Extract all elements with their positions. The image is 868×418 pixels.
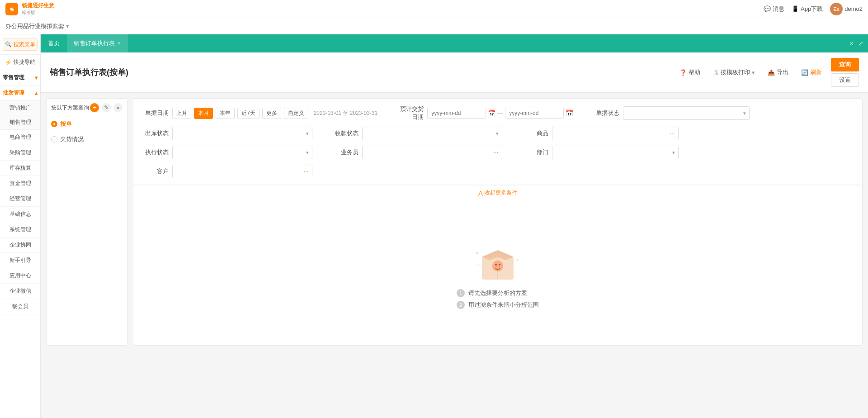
query-btn[interactable]: 查询 [831,58,859,71]
tab-active[interactable]: 销售订单执行表 × [67,34,127,52]
tab-minimize-icon[interactable]: × [850,40,854,47]
payment-label: 收款状态 [330,129,362,138]
top-header: 畅 畅捷通好生意 标准版 💬 消息 📱 App下载 Ea demo2 [0,0,868,18]
svg-text:✦: ✦ [477,264,480,266]
date-btn-more[interactable]: 更多 [262,108,281,119]
export-btn[interactable]: 📤 导出 [764,66,792,78]
refresh-icon: 🔄 [801,69,808,76]
left-filter-panel: 按以下方案查询 + ✎ « ● 按单 ○ 欠货情况 [46,98,127,346]
empty-illustration: ✦ ✦ ✦ [471,237,525,282]
scheme-item-by-order[interactable]: ● 按单 [47,116,127,132]
dropdown-arrow-icon: ▾ [66,23,69,29]
sidebar-item-enterprise[interactable]: 企业协同 [0,238,40,253]
forecast-date-end[interactable] [505,108,564,119]
salesman-label: 业务员 [330,148,362,157]
scheme-item-shortage[interactable]: ○ 欠货情况 [47,132,127,147]
app-download-btn[interactable]: 📱 App下载 [792,5,823,13]
date-btn-7days[interactable]: 近7天 [237,108,259,119]
date-btn-lastmonth[interactable]: 上月 [172,108,191,119]
messages-btn[interactable]: 💬 消息 [764,5,784,13]
filter-row-3: 执行状态 ▾ 业务员 [141,146,855,159]
print-dropdown-icon: ▾ [752,69,755,76]
exec-select[interactable] [172,146,312,159]
collapse-panel-btn[interactable]: « [113,103,123,112]
sidebar-item-apps[interactable]: 应用中心 [0,268,40,284]
dept-label: 部门 [520,148,552,157]
sidebar-item-operations[interactable]: 经营管理 [0,191,40,207]
exec-select-wrap: ▾ [172,146,312,159]
avatar: Ea [830,3,843,15]
left-panel-icons: + ✎ « [90,103,123,112]
salesman-dots-icon: ··· [494,149,498,156]
status-select[interactable] [623,106,750,120]
payment-select-wrap: ▾ [362,127,502,140]
edit-scheme-btn[interactable]: ✎ [102,103,111,112]
date-btn-thismonth[interactable]: 本月 [194,108,213,119]
help-btn[interactable]: ❓ 帮助 [676,66,704,78]
filter-forecast-date-item: 预计交货日期 📅 — 📅 [396,105,573,121]
refresh-btn[interactable]: 🔄 刷新 [797,66,826,78]
sidebar-search-area: 🔍 搜索菜单 [0,34,40,55]
customer-label: 客户 [141,167,172,176]
goods-input[interactable]: ··· [552,127,679,140]
sidebar-item-retail[interactable]: 零售管理 ▾ [0,70,40,86]
date-btn-thisyear[interactable]: 本年 [216,108,235,119]
search-icon: 🔍 [5,41,12,48]
delivery-select[interactable] [172,127,312,140]
goods-dots-icon: ··· [670,130,675,137]
logo-icon: 畅 [5,3,18,15]
collapse-more-btn[interactable]: ⋀ 收起更多条件 [478,189,517,197]
filter-area: 单据日期 上月 本月 本年 近7天 更多 自定义 2023-03-01 至 20… [133,99,862,185]
dept-select[interactable] [552,146,679,159]
calendar-start-icon[interactable]: 📅 [488,109,495,117]
date-separator: — [497,110,503,117]
tab-bar-right: × ⤢ [845,34,868,52]
empty-tips: 1 请先选择要分析的方案 2 用过滤条件来缩小分析范围 [457,289,539,309]
sidebar-item-marketing[interactable]: 营销推广 [0,101,40,115]
sidebar-item-vip[interactable]: 畅会员 [0,299,40,314]
delivery-label: 出库状态 [141,129,172,138]
tab-expand-icon[interactable]: ⤢ [858,40,863,47]
app-bar: 办公用品行业模拟账套 ▾ [0,18,868,34]
message-icon: 💬 [764,5,771,12]
print-btn[interactable]: 🖨 按模板打印 ▾ [709,66,759,78]
logo-text: 畅捷通好生意 标准版 [22,2,54,16]
filter-date-item: 单据日期 上月 本月 本年 近7天 更多 自定义 2023-03-01 至 20… [141,108,377,119]
download-icon: 📱 [792,5,799,12]
tab-close-btn[interactable]: × [118,40,121,47]
dept-select-wrap: ▾ [552,146,679,159]
filter-dept-item: 部门 ▾ [520,146,679,159]
salesman-input[interactable]: ··· [362,146,502,159]
customer-input[interactable]: ··· [172,165,312,178]
settings-btn[interactable]: 设置 [831,73,859,87]
sidebar-item-wechat[interactable]: 企业微信 [0,284,40,299]
payment-select[interactable] [362,127,502,140]
sidebar-item-wholesale[interactable]: 批发管理 ▴ [0,86,40,101]
svg-point-6 [499,264,500,266]
sidebar-item-newuser[interactable]: 新手引导 [0,253,40,268]
user-menu[interactable]: Ea demo2 [830,3,863,15]
filter-payment-item: 收款状态 ▾ [330,127,502,140]
sidebar-item-quicknav[interactable]: ⚡ 快捷导航 [0,55,40,70]
sidebar-item-ecommerce[interactable]: 电商管理 [0,130,40,145]
delivery-select-wrap: ▾ [172,127,312,140]
search-menu-btn[interactable]: 🔍 搜索菜单 [3,38,38,51]
forecast-date-start[interactable] [427,108,486,119]
sidebar-item-purchase[interactable]: 采购管理 [0,145,40,161]
tab-home[interactable]: 首页 [41,34,67,52]
status-label: 单据状态 [591,109,623,117]
sidebar-item-sales[interactable]: 销售管理 [0,115,40,130]
sidebar-item-system[interactable]: 系统管理 [0,222,40,238]
sidebar-item-inventory[interactable]: 库存核算 [0,161,40,176]
print-icon: 🖨 [713,69,719,76]
calendar-end-icon[interactable]: 📅 [566,109,573,117]
sidebar-item-finance[interactable]: 资金管理 [0,176,40,191]
collapse-up-icon: ⋀ [478,190,483,196]
filter-row-2: 出库状态 ▾ 收款状态 [141,127,855,140]
inactive-scheme-icon: ○ [51,136,57,142]
date-btn-custom[interactable]: 自定义 [284,108,308,119]
add-scheme-btn[interactable]: + [90,103,99,112]
chevron-up-icon: ▴ [35,90,38,96]
sidebar-item-basics[interactable]: 基础信息 [0,207,40,222]
app-title[interactable]: 办公用品行业模拟账套 ▾ [5,22,69,30]
